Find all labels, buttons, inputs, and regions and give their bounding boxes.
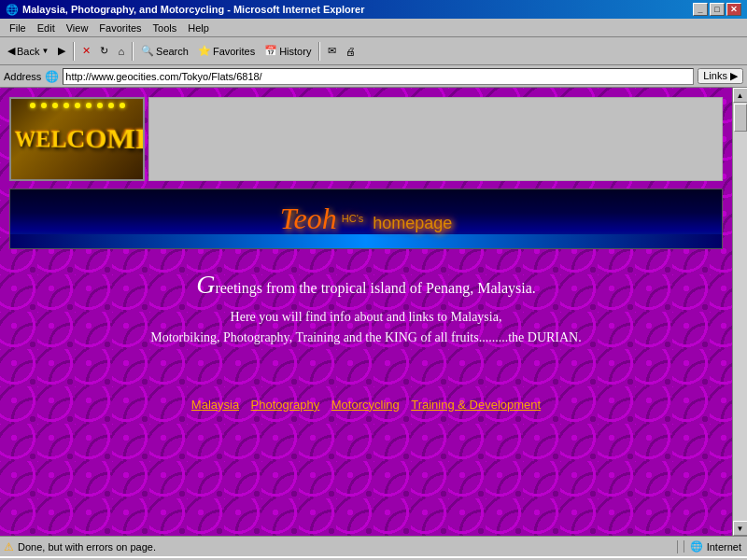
menu-edit[interactable]: Edit	[32, 21, 61, 35]
toolbar-separator-2	[132, 42, 134, 61]
address-bar: Address 🌐 Links ▶	[0, 65, 747, 88]
search-button[interactable]: 🔍 Search	[137, 40, 192, 63]
forward-button[interactable]: ▶	[54, 40, 69, 63]
welcome-section: WELCOME	[9, 97, 723, 181]
window-title: Malaysia, Photography, and Motorcycling …	[22, 4, 365, 15]
home-button[interactable]: ⌂	[114, 40, 128, 63]
light-7	[97, 103, 103, 108]
history-button[interactable]: 📅 History	[261, 40, 315, 63]
light-1	[30, 103, 35, 108]
nav-photography[interactable]: Photography	[251, 398, 320, 412]
browser-icon: 🌐	[6, 4, 19, 16]
menu-file[interactable]: File	[4, 21, 32, 35]
status-bar: ⚠ Done, but with errors on page. 🌐 Inter…	[0, 536, 747, 556]
back-dropdown-icon: ▼	[41, 47, 49, 55]
back-icon: ◀	[7, 45, 15, 57]
light-8	[108, 103, 114, 108]
status-right: 🌐 Internet	[678, 540, 747, 553]
nav-training[interactable]: Training & Development	[411, 398, 541, 412]
history-icon: 📅	[264, 45, 277, 57]
close-button[interactable]: ✕	[726, 3, 741, 16]
menu-bar: File Edit View Favorites Tools Help	[0, 19, 747, 37]
welcome-image: WELCOME	[9, 97, 145, 181]
address-icon: 🌐	[45, 70, 59, 83]
status-message: Done, but with errors on page.	[18, 541, 156, 553]
welcome-lights	[30, 103, 125, 108]
light-9	[120, 103, 125, 108]
mail-button[interactable]: ✉	[324, 40, 340, 63]
menu-tools[interactable]: Tools	[148, 21, 183, 35]
scrollbar[interactable]: ▲ ▼	[732, 88, 747, 536]
nav-links: Malaysia Photography Motorcycling Traini…	[9, 377, 723, 431]
toolbar-separator-3	[318, 42, 320, 61]
minimize-button[interactable]: _	[693, 3, 708, 16]
forward-icon: ▶	[58, 45, 65, 57]
links-button[interactable]: Links ▶	[698, 68, 743, 84]
greeting-text: reetings from the tropical island of Pen…	[215, 280, 535, 296]
warning-icon: ⚠	[4, 540, 14, 553]
print-icon: 🖨	[345, 46, 356, 57]
search-icon: 🔍	[141, 45, 154, 57]
toolbar-separator-1	[73, 42, 75, 61]
homepage-banner: Teoh HC's homepage	[9, 189, 723, 249]
refresh-icon: ↻	[100, 45, 108, 57]
mail-icon: ✉	[328, 45, 336, 57]
banner-title: Teoh HC's homepage	[280, 202, 453, 236]
favorites-button[interactable]: ⭐ Favorites	[194, 40, 259, 63]
menu-help[interactable]: Help	[182, 21, 215, 35]
greeting-line1: Here you will find info about and links …	[28, 307, 704, 328]
browser-content: WELCOME Teoh HC's homepage Greetings fro…	[0, 88, 732, 536]
zone-label: Internet	[707, 541, 741, 553]
address-input[interactable]	[63, 68, 694, 85]
home-icon: ⌂	[118, 46, 124, 57]
scroll-track[interactable]	[733, 103, 748, 521]
scroll-thumb[interactable]	[734, 104, 747, 132]
toolbar: ◀ Back ▼ ▶ ✕ ↻ ⌂ 🔍 Search ⭐ Favorites 📅 …	[0, 37, 747, 65]
greeting-line2: Motorbiking, Photography, Training and t…	[28, 328, 704, 348]
scroll-down-button[interactable]: ▼	[733, 521, 748, 536]
big-g: G	[196, 270, 215, 299]
stop-button[interactable]: ✕	[78, 40, 94, 63]
maximize-button[interactable]: □	[710, 3, 725, 16]
status-zone: 🌐 Internet	[684, 540, 741, 553]
welcome-text: WELCOME	[15, 122, 145, 157]
light-2	[41, 103, 47, 108]
browser-content-wrap: WELCOME Teoh HC's homepage Greetings fro…	[0, 88, 747, 536]
banner-stripe	[10, 234, 722, 248]
print-button[interactable]: 🖨	[342, 40, 359, 63]
light-3	[52, 103, 58, 108]
status-left: ⚠ Done, but with errors on page.	[0, 540, 678, 553]
greeting-sub: Here you will find info about and links …	[28, 307, 704, 349]
nav-malaysia[interactable]: Malaysia	[191, 398, 239, 412]
zone-icon: 🌐	[690, 540, 703, 553]
greeting-main: Greetings from the tropical island of Pe…	[28, 270, 704, 300]
address-label: Address	[4, 71, 41, 82]
scroll-up-button[interactable]: ▲	[733, 88, 748, 103]
stop-icon: ✕	[82, 45, 91, 57]
light-4	[63, 103, 69, 108]
favorites-icon: ⭐	[198, 45, 211, 57]
greetings-section: Greetings from the tropical island of Pe…	[9, 260, 723, 358]
back-button[interactable]: ◀ Back ▼	[4, 40, 52, 63]
taskbar: ⊞ Start 🌐 Malaysia, Photograph... 🔊 🖥 17…	[0, 556, 747, 560]
light-6	[86, 103, 92, 108]
menu-favorites[interactable]: Favorites	[93, 21, 147, 35]
refresh-button[interactable]: ↻	[96, 40, 112, 63]
welcome-gray-area	[148, 97, 723, 181]
nav-motorcycling[interactable]: Motorcycling	[331, 398, 400, 412]
menu-view[interactable]: View	[61, 21, 94, 35]
title-bar: 🌐 Malaysia, Photography, and Motorcyclin…	[0, 0, 747, 19]
light-5	[75, 103, 80, 108]
